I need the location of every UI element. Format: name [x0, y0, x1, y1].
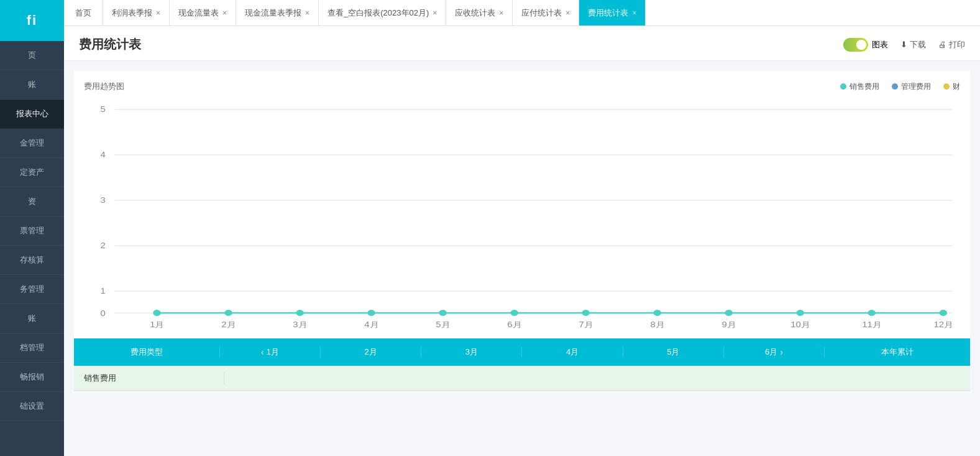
tab-expense[interactable]: 费用统计表 ×: [579, 0, 646, 26]
svg-text:3: 3: [100, 196, 105, 204]
nav-left-arrow[interactable]: ‹: [261, 347, 264, 357]
th-m1: ‹ 1月: [220, 347, 321, 358]
sidebar-item-home[interactable]: 页: [0, 41, 64, 70]
svg-point-30: [582, 310, 589, 316]
chart-legend: 销售费用 管理费用 财: [840, 81, 960, 92]
svg-text:1月: 1月: [150, 320, 164, 328]
svg-text:12月: 12月: [933, 320, 953, 328]
svg-text:1: 1: [100, 287, 105, 295]
th-m4: 4月: [522, 347, 623, 358]
svg-text:7月: 7月: [579, 320, 593, 328]
svg-point-35: [940, 310, 947, 316]
legend-dot-sales: [840, 83, 846, 90]
tab-blank-report[interactable]: 查看_空白报表(2023年02月) ×: [319, 0, 446, 26]
main-area: 首页 利润表季报 × 现金流量表 × 现金流量表季报 × 查看_空白报表(202…: [64, 0, 980, 456]
svg-text:10月: 10月: [790, 320, 810, 328]
td-type: 销售费用: [74, 373, 224, 384]
download-button[interactable]: ⬇ 下载: [900, 39, 926, 50]
sidebar-item-write-off[interactable]: 畅报销: [0, 363, 64, 392]
tab-cashflow[interactable]: 现金流量表 ×: [170, 0, 236, 26]
nav-right-arrow[interactable]: ›: [780, 347, 783, 357]
sidebar-item-service[interactable]: 务管理: [0, 275, 64, 304]
tab-receivable[interactable]: 应收统计表 ×: [446, 0, 513, 26]
sidebar: fi 页 账 报表中心 金管理 定资产 资 票管理 存核算 务管理 账 档管理 …: [0, 0, 64, 456]
page-content: 费用统计表 图表 ⬇ 下载 🖨 打印 费用趋势图: [64, 26, 980, 456]
chart-toggle-wrap[interactable]: 图表: [843, 38, 888, 52]
chart-svg: 5 4 3 2 1 0 1月 2月 3月: [84, 98, 960, 328]
svg-text:5: 5: [100, 105, 105, 113]
svg-point-24: [153, 310, 160, 316]
legend-dot-finance: [943, 83, 950, 90]
svg-point-31: [654, 310, 661, 316]
svg-text:4月: 4月: [364, 320, 378, 328]
svg-text:2: 2: [100, 241, 105, 249]
chart-toggle[interactable]: [843, 38, 868, 52]
sidebar-item-report[interactable]: 报表中心: [0, 100, 64, 129]
th-ytd: 本年累计: [825, 347, 970, 358]
legend-finance: 财: [943, 81, 960, 92]
legend-dot-admin: [892, 83, 898, 90]
tab-close-receivable[interactable]: ×: [499, 9, 503, 17]
sidebar-item-capital[interactable]: 资: [0, 187, 64, 216]
svg-point-26: [296, 310, 303, 316]
tab-profit-quarter[interactable]: 利润表季报 ×: [103, 0, 170, 26]
th-m6: 6月 ›: [724, 347, 825, 358]
svg-point-28: [439, 310, 446, 316]
sidebar-item-ticket[interactable]: 票管理: [0, 216, 64, 246]
legend-admin: 管理费用: [892, 81, 931, 92]
svg-text:11月: 11月: [862, 320, 881, 328]
svg-text:4: 4: [100, 151, 106, 159]
sidebar-item-fixed-asset[interactable]: 定资产: [0, 158, 64, 187]
sidebar-item-fund[interactable]: 金管理: [0, 129, 64, 158]
download-icon: ⬇: [900, 40, 907, 49]
svg-point-32: [725, 310, 733, 316]
th-type: 费用类型: [74, 347, 220, 358]
page-header: 费用统计表 图表 ⬇ 下载 🖨 打印: [64, 26, 980, 61]
table-section: 费用类型 ‹ 1月 2月 3月 4月 5月 6月 › 本年累计 销售费用: [74, 338, 970, 391]
header-actions: 图表 ⬇ 下载 🖨 打印: [843, 38, 965, 52]
tabs-bar: 首页 利润表季报 × 现金流量表 × 现金流量表季报 × 查看_空白报表(202…: [64, 0, 980, 26]
svg-point-34: [868, 310, 876, 316]
th-m2: 2月: [321, 347, 421, 358]
tab-close-profit-quarter[interactable]: ×: [156, 9, 160, 17]
sidebar-item-account[interactable]: 账: [0, 70, 64, 100]
svg-text:8月: 8月: [650, 320, 664, 328]
chart-toggle-label: 图表: [872, 39, 888, 50]
tab-close-payable[interactable]: ×: [566, 9, 570, 17]
sidebar-item-sub-account[interactable]: 账: [0, 304, 64, 333]
tab-payable[interactable]: 应付统计表 ×: [513, 0, 579, 26]
svg-point-29: [510, 310, 518, 316]
table-row: 销售费用: [74, 366, 970, 391]
svg-point-25: [224, 310, 232, 316]
page-title: 费用统计表: [79, 36, 141, 53]
print-button[interactable]: 🖨 打印: [938, 39, 965, 50]
svg-text:2月: 2月: [221, 320, 236, 328]
tab-home[interactable]: 首页: [64, 0, 103, 26]
th-m3: 3月: [421, 347, 522, 358]
svg-point-27: [367, 310, 375, 316]
tab-close-cashflow-quarter[interactable]: ×: [305, 9, 309, 17]
sidebar-item-file[interactable]: 档管理: [0, 333, 64, 363]
svg-text:0: 0: [100, 309, 105, 317]
tab-close-expense[interactable]: ×: [632, 9, 636, 17]
svg-text:5月: 5月: [436, 320, 450, 328]
legend-sales: 销售费用: [840, 81, 879, 92]
svg-text:9月: 9月: [721, 320, 736, 328]
print-icon: 🖨: [938, 40, 946, 49]
chart-section: 费用趋势图 销售费用 管理费用 财: [74, 71, 970, 338]
svg-text:3月: 3月: [293, 320, 307, 328]
svg-point-33: [797, 310, 804, 316]
sidebar-item-inventory[interactable]: 存核算: [0, 246, 64, 275]
tab-close-blank-report[interactable]: ×: [433, 9, 437, 17]
chart-area: 5 4 3 2 1 0 1月 2月 3月: [84, 98, 960, 328]
sidebar-logo: fi: [0, 0, 64, 41]
tab-cashflow-quarter[interactable]: 现金流量表季报 ×: [236, 0, 319, 26]
chart-header: 费用趋势图 销售费用 管理费用 财: [84, 81, 960, 92]
svg-text:6月: 6月: [507, 320, 521, 328]
chart-title: 费用趋势图: [84, 81, 124, 92]
sidebar-item-settings[interactable]: 础设置: [0, 392, 64, 421]
table-header: 费用类型 ‹ 1月 2月 3月 4月 5月 6月 › 本年累计: [74, 338, 970, 366]
tab-close-cashflow[interactable]: ×: [222, 9, 227, 17]
th-m5: 5月: [623, 347, 724, 358]
